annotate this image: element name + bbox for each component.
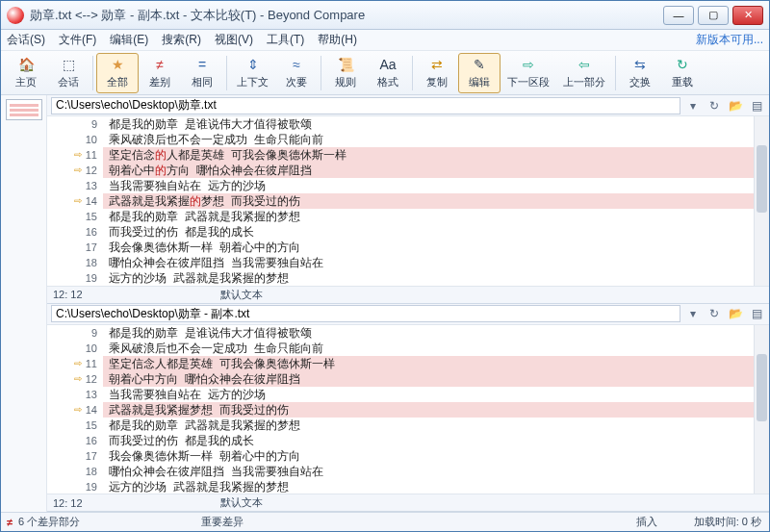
history-icon[interactable]: ↻ [706, 97, 723, 114]
tb-context[interactable]: ⇕上下文 [230, 53, 275, 93]
gutter: ⇨14 [47, 193, 103, 209]
file-thumbnail[interactable] [6, 99, 42, 120]
tb-home[interactable]: 🏠主页 [5, 53, 47, 93]
dropdown-icon[interactable]: ▾ [684, 97, 702, 114]
text-line[interactable]: 16而我受过的伤 都是我的成长 [47, 224, 769, 240]
gutter: ⇨11 [47, 356, 103, 371]
gutter: ⇨12 [47, 371, 103, 387]
diff-arrow-icon: ⇨ [74, 163, 82, 178]
line-number: 16 [86, 433, 97, 448]
tb-diff[interactable]: ≠差别 [139, 53, 181, 93]
thumbnail-strip[interactable] [1, 95, 47, 512]
top-path-input[interactable] [51, 97, 680, 114]
menu-session[interactable]: 会话(S) [7, 32, 45, 48]
line-number: 17 [86, 448, 97, 464]
gutter: 10 [47, 132, 103, 147]
line-number: 9 [91, 116, 97, 132]
text-line[interactable]: 15都是我的勋章 武器就是我紧握的梦想 [47, 209, 769, 224]
line-number: 10 [86, 341, 97, 356]
tb-all[interactable]: ★全部 [96, 53, 139, 93]
home-icon: 🏠 [17, 56, 35, 73]
gutter: 16 [47, 224, 103, 240]
status-bar: ≠ 6 个差异部分 重要差异 插入 加载时间: 0 秒 [1, 512, 769, 531]
text-line[interactable]: 17我会像奥德休斯一样 朝着心中的方向 [47, 448, 769, 464]
text-line[interactable]: 19远方的沙场 武器就是我紧握的梦想 [47, 270, 769, 286]
top-scrollbar[interactable] [754, 116, 769, 286]
gutter: ⇨14 [47, 402, 103, 418]
minimize-button[interactable]: — [663, 6, 694, 25]
gutter: 13 [47, 178, 103, 193]
tb-reload[interactable]: ↻重载 [661, 53, 704, 93]
text-line[interactable]: 15都是我的勋章 武器就是我紧握的梦想 [47, 418, 769, 433]
text-line[interactable]: 13当我需要独自站在 远方的沙场 [47, 387, 769, 402]
line-text: 我会像奥德休斯一样 朝着心中的方向 [103, 448, 769, 464]
text-line[interactable]: 18哪怕众神会在彼岸阻挡 当我需要独自站在 [47, 255, 769, 270]
text-line[interactable]: ⇨11坚定信念的人都是英雄 可我会像奥德休斯一样 [47, 147, 769, 163]
line-text: 坚定信念人都是英雄 可我会像奥德休斯一样 [103, 356, 769, 371]
gutter: 18 [47, 255, 103, 270]
bottom-text-area[interactable]: 9都是我的勋章 是谁说伟大才值得被歌颂10乘风破浪后也不会一定成功 生命只能向前… [47, 325, 769, 494]
bottom-path-input[interactable] [51, 305, 680, 322]
menu-view[interactable]: 视图(V) [215, 32, 253, 48]
menu-help[interactable]: 帮助(H) [318, 32, 357, 48]
maximize-button[interactable]: ▢ [698, 6, 729, 25]
scroll-thumb[interactable] [757, 145, 767, 213]
text-line[interactable]: ⇨11坚定信念人都是英雄 可我会像奥德休斯一样 [47, 356, 769, 371]
show-all-icon[interactable]: ▤ [748, 305, 765, 322]
scroll-thumb[interactable] [757, 354, 767, 421]
menu-file[interactable]: 文件(F) [59, 32, 96, 48]
compare-panes: ▾ ↻ 📂 ▤ 9都是我的勋章 是谁说伟大才值得被歌颂10乘风破浪后也不会一定成… [47, 95, 769, 512]
tb-session[interactable]: ⬚会话 [47, 53, 90, 93]
line-number: 17 [86, 240, 97, 255]
menu-tools[interactable]: 工具(T) [267, 32, 304, 48]
text-line[interactable]: 19远方的沙场 武器就是我紧握的梦想 [47, 479, 769, 494]
star-icon: ★ [109, 56, 126, 73]
menu-search[interactable]: 搜索(R) [162, 32, 201, 48]
tb-format[interactable]: Aa格式 [367, 53, 409, 93]
tb-same[interactable]: =相同 [181, 53, 223, 93]
line-number: 12 [86, 163, 97, 178]
text-line[interactable]: ⇨12朝着心中方向 哪怕众神会在彼岸阻挡 [47, 371, 769, 387]
gutter: 15 [47, 418, 103, 433]
folder-open-icon[interactable]: 📂 [727, 305, 744, 322]
text-line[interactable]: 16而我受过的伤 都是我的成长 [47, 433, 769, 448]
text-line[interactable]: 13当我需要独自站在 远方的沙场 [47, 178, 769, 193]
history-icon[interactable]: ↻ [706, 305, 723, 322]
show-all-icon[interactable]: ▤ [748, 97, 765, 114]
top-text-area[interactable]: 9都是我的勋章 是谁说伟大才值得被歌颂10乘风破浪后也不会一定成功 生命只能向前… [47, 116, 769, 286]
line-text: 远方的沙场 武器就是我紧握的梦想 [103, 270, 769, 286]
pencil-icon: ✎ [471, 56, 488, 73]
gutter: 17 [47, 448, 103, 464]
text-line[interactable]: 17我会像奥德休斯一样 朝着心中的方向 [47, 240, 769, 255]
gutter: 16 [47, 433, 103, 448]
line-text: 乘风破浪后也不会一定成功 生命只能向前 [103, 341, 769, 356]
update-available-link[interactable]: 新版本可用... [696, 32, 763, 48]
text-line[interactable]: 10乘风破浪后也不会一定成功 生命只能向前 [47, 132, 769, 147]
line-text: 都是我的勋章 武器就是我紧握的梦想 [103, 209, 769, 224]
line-number: 11 [86, 356, 97, 371]
tb-prev-section[interactable]: ⇦上一部分 [556, 53, 612, 93]
text-line[interactable]: 18哪怕众神会在彼岸阻挡 当我需要独自站在 [47, 464, 769, 479]
text-line[interactable]: 9都是我的勋章 是谁说伟大才值得被歌颂 [47, 116, 769, 132]
app-icon [7, 7, 24, 24]
tb-swap[interactable]: ⇆交换 [619, 53, 661, 93]
separator [92, 56, 93, 90]
bottom-pane-status: 12: 12 默认文本 [47, 494, 769, 511]
text-line[interactable]: ⇨14武器就是我紧握的梦想 而我受过的伤 [47, 193, 769, 209]
dropdown-icon[interactable]: ▾ [684, 305, 702, 322]
gutter: 19 [47, 479, 103, 494]
text-line[interactable]: 9都是我的勋章 是谁说伟大才值得被歌颂 [47, 325, 769, 341]
tb-next-section[interactable]: ⇨下一区段 [500, 53, 556, 93]
text-line[interactable]: ⇨14武器就是我紧握梦想 而我受过的伤 [47, 402, 769, 418]
tb-edit[interactable]: ✎编辑 [458, 53, 500, 93]
text-line[interactable]: 10乘风破浪后也不会一定成功 生命只能向前 [47, 341, 769, 356]
bottom-scrollbar[interactable] [754, 325, 769, 494]
tb-rules[interactable]: 📜规则 [324, 53, 367, 93]
tb-copy[interactable]: ⇄复制 [416, 53, 458, 93]
menu-edit[interactable]: 编辑(E) [110, 32, 148, 48]
tb-minor[interactable]: ≈次要 [275, 53, 318, 93]
folder-open-icon[interactable]: 📂 [727, 97, 744, 114]
text-line[interactable]: ⇨12朝着心中的方向 哪怕众神会在彼岸阻挡 [47, 163, 769, 178]
swap-icon: ⇆ [631, 56, 649, 73]
close-button[interactable]: ✕ [732, 6, 763, 25]
